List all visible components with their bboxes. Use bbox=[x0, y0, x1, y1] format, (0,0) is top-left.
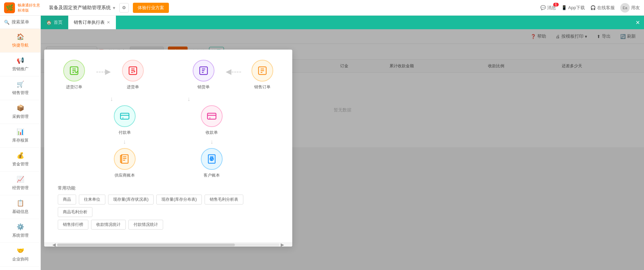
sales-order-circle bbox=[251, 60, 273, 82]
search-icon: 🔍 bbox=[4, 20, 10, 25]
system-icon: ⚙️ bbox=[17, 223, 24, 231]
header-right: 💬 消息 6 📱 App下载 🎧 在线客服 Ea 用友 bbox=[540, 3, 640, 13]
svg-rect-19 bbox=[208, 113, 216, 119]
tab-bar: 🏠 首页 销售订单执行表 ✕ ✕ bbox=[41, 16, 644, 29]
message-icon: 💬 bbox=[540, 5, 546, 10]
flow-node-purchase-bill[interactable]: 进货单 bbox=[122, 60, 144, 90]
scroll-right-arrow[interactable]: ▶ bbox=[279, 242, 285, 247]
avatar: Ea bbox=[620, 3, 630, 13]
down-arrow-receipt: ↓ bbox=[201, 138, 223, 145]
flow-node-receipt[interactable]: ¥ 收款单 bbox=[201, 105, 223, 136]
sidebar: 🔍 搜索菜单 🏠 快捷导航 📢 营销推广 🛒 销售管理 📦 采购管理 📊 库存核… bbox=[0, 16, 41, 270]
scroll-left-arrow[interactable]: ◀ bbox=[51, 242, 57, 247]
down-arrow-payment: ↓ bbox=[114, 138, 136, 145]
sidebar-item-purchase[interactable]: 📦 采购管理 bbox=[0, 100, 40, 124]
logo-text: 畅康通好生意 标准版 bbox=[18, 3, 40, 13]
payment-circle: ¥ bbox=[114, 105, 136, 127]
fn-btn-product-profit[interactable]: 商品毛利分析 bbox=[58, 207, 92, 217]
sidebar-item-guide[interactable]: 🎯 新手引导 bbox=[0, 267, 40, 270]
fn-btn-sales-ranking[interactable]: 销售排行榜 bbox=[58, 220, 88, 230]
fn-btn-product[interactable]: 商品 bbox=[58, 195, 76, 204]
function-buttons-row2: 销售排行榜 收款情况统计 付款情况统计 bbox=[58, 220, 279, 230]
operations-icon: 📈 bbox=[17, 176, 24, 183]
sidebar-item-inventory[interactable]: 📊 库存核算 bbox=[0, 124, 40, 148]
app-download-btn[interactable]: 📱 App下载 bbox=[561, 5, 585, 11]
tab-home[interactable]: 🏠 首页 bbox=[41, 16, 68, 29]
flow-node-sales-order[interactable]: 销售订单 bbox=[251, 60, 273, 90]
logo-area: 🌿 畅康通好生意 标准版 bbox=[4, 2, 45, 13]
main-layout: 🔍 搜索菜单 🏠 快捷导航 📢 营销推广 🛒 销售管理 📦 采购管理 📊 库存核… bbox=[0, 16, 644, 270]
down-arrow-purchase: ↓ bbox=[101, 95, 122, 103]
finance-icon: 💰 bbox=[17, 152, 24, 159]
tab-bar-close-btn[interactable]: ✕ bbox=[631, 19, 644, 26]
try-btn[interactable]: 体验行业方案 bbox=[133, 3, 169, 13]
fn-btn-receipt-stats[interactable]: 收款情况统计 bbox=[91, 220, 126, 230]
space-left bbox=[65, 95, 87, 103]
modal-body: 进货订单 - - - -▶ bbox=[44, 50, 292, 242]
sales-icon: 🛒 bbox=[17, 80, 24, 88]
sidebar-item-operations[interactable]: 📈 经营管理 bbox=[0, 172, 40, 195]
sales-bill-circle bbox=[193, 60, 214, 82]
inventory-icon: 📊 bbox=[17, 128, 24, 136]
online-service-btn[interactable]: 🎧 在线客服 bbox=[590, 5, 615, 11]
fn-btn-payment-stats[interactable]: 付款情况统计 bbox=[128, 220, 163, 230]
fn-btn-stock-dist[interactable]: 现存量(库存分布表) bbox=[156, 195, 202, 204]
gear-button[interactable]: ⚙ bbox=[119, 3, 129, 13]
sidebar-item-sales[interactable]: 🛒 销售管理 bbox=[0, 76, 40, 100]
page-content: ❓ 帮助 🖨 按模板打印 ▾ ⬆ 导出 🔄 刷新 bbox=[41, 29, 644, 270]
user-menu[interactable]: Ea 用友 bbox=[620, 3, 640, 13]
purchase-bill-circle bbox=[122, 60, 144, 82]
svg-rect-16 bbox=[120, 113, 129, 119]
top-header: 🌿 畅康通好生意 标准版 装备及固定资产辅助管理系统 ▾ ⚙ 体验行业方案 💬 … bbox=[0, 0, 644, 16]
message-btn[interactable]: 💬 消息 6 bbox=[540, 5, 556, 11]
modal: 进货订单 - - - -▶ bbox=[44, 50, 292, 247]
svg-rect-22 bbox=[121, 155, 128, 163]
supplier-ledger-circle bbox=[114, 148, 136, 170]
service-icon: 🎧 bbox=[590, 5, 596, 10]
flow-node-sales-bill[interactable]: 销货单 bbox=[193, 60, 214, 90]
purchase-icon: 📦 bbox=[17, 104, 24, 112]
download-icon: 📱 bbox=[561, 5, 567, 10]
modal-scrollbar: ◀ ▶ bbox=[44, 242, 292, 247]
down-arrow-sales: ↓ bbox=[178, 95, 200, 103]
home-icon: 🏠 bbox=[17, 33, 24, 40]
flow-node-customer-ledger[interactable]: 客户账本 bbox=[201, 148, 223, 178]
sidebar-item-marketing[interactable]: 📢 营销推广 bbox=[0, 53, 40, 76]
content-area: 🏠 首页 销售订单执行表 ✕ ✕ ❓ 帮助 🖨 按模板打印 ▾ bbox=[41, 16, 644, 270]
purchase-order-circle bbox=[63, 60, 85, 82]
system-title: 装备及固定资产辅助管理系统 ▾ bbox=[49, 5, 115, 11]
arrow-sales: ◀- - - - bbox=[226, 67, 241, 76]
receipt-circle: ¥ bbox=[201, 105, 223, 127]
arrow-purchase: - - - -▶ bbox=[96, 67, 111, 76]
fn-btn-stock-status[interactable]: 现存量(库存状况表) bbox=[108, 195, 154, 204]
flow-node-purchase-order[interactable]: 进货订单 bbox=[63, 60, 85, 90]
sidebar-item-system[interactable]: ⚙️ 系统管理 bbox=[0, 219, 40, 243]
scrollbar-thumb bbox=[57, 244, 235, 246]
common-functions: 常用功能 商品 往来单位 现存量(库存状况表) 现存量(库存分布表) 销售毛利分… bbox=[58, 185, 279, 230]
sidebar-item-enterprise[interactable]: 🤝 企业协同 bbox=[0, 243, 40, 267]
logo-icon: 🌿 bbox=[4, 2, 15, 13]
sidebar-search[interactable]: 🔍 搜索菜单 bbox=[0, 16, 40, 29]
svg-rect-27 bbox=[208, 155, 215, 163]
tab-close-icon[interactable]: ✕ bbox=[107, 20, 110, 25]
common-functions-title: 常用功能 bbox=[58, 185, 279, 191]
function-buttons-row1: 商品 往来单位 现存量(库存状况表) 现存量(库存分布表) 销售毛利分析表 商品… bbox=[58, 195, 279, 217]
marketing-icon: 📢 bbox=[17, 57, 24, 64]
enterprise-icon: 🤝 bbox=[17, 247, 24, 254]
sidebar-item-quick-nav[interactable]: 🏠 快捷导航 bbox=[0, 29, 40, 53]
flow-node-payment[interactable]: ¥ 付款单 bbox=[114, 105, 136, 136]
dropdown-icon[interactable]: ▾ bbox=[113, 5, 115, 11]
home-tab-icon: 🏠 bbox=[46, 20, 52, 25]
customer-ledger-circle bbox=[201, 148, 223, 170]
sidebar-item-basic-info[interactable]: 📋 基础信息 bbox=[0, 195, 40, 219]
modal-overlay: 进货订单 - - - -▶ bbox=[41, 29, 644, 270]
svg-rect-26 bbox=[120, 156, 122, 162]
scrollbar-track[interactable] bbox=[57, 244, 279, 246]
fn-btn-sales-profit[interactable]: 销售毛利分析表 bbox=[205, 195, 243, 204]
basic-info-icon: 📋 bbox=[17, 199, 24, 207]
flow-node-supplier-ledger[interactable]: 供应商账本 bbox=[114, 148, 136, 178]
fn-btn-partner[interactable]: 往来单位 bbox=[79, 195, 105, 204]
sidebar-item-finance[interactable]: 💰 资金管理 bbox=[0, 148, 40, 172]
tab-sales-order-exec[interactable]: 销售订单执行表 ✕ bbox=[68, 16, 116, 29]
